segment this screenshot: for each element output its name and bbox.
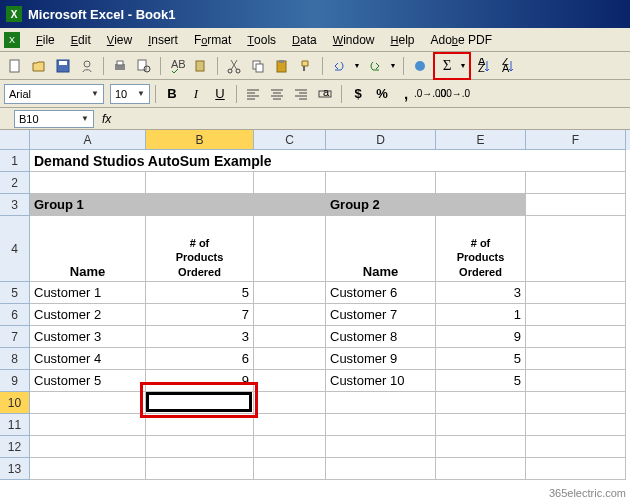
cell-hdr-prod1[interactable]: # ofProductsOrdered: [146, 216, 254, 282]
cell[interactable]: Customer 1: [30, 282, 146, 304]
format-painter-button[interactable]: [295, 55, 317, 77]
percent-button[interactable]: %: [371, 83, 393, 105]
cell-group1[interactable]: Group 1: [30, 194, 146, 216]
bold-button[interactable]: B: [161, 83, 183, 105]
undo-button[interactable]: [328, 55, 350, 77]
row-header-9[interactable]: 9: [0, 370, 30, 392]
cell[interactable]: [326, 458, 436, 480]
cell[interactable]: [526, 282, 626, 304]
hyperlink-button[interactable]: [409, 55, 431, 77]
cell[interactable]: [254, 172, 326, 194]
cell[interactable]: [526, 326, 626, 348]
menu-adobe[interactable]: Adobe PDF: [422, 30, 500, 50]
cell[interactable]: [526, 304, 626, 326]
fx-button[interactable]: fx: [102, 112, 111, 126]
cell[interactable]: [436, 458, 526, 480]
row-header-6[interactable]: 6: [0, 304, 30, 326]
redo-button[interactable]: [364, 55, 386, 77]
cell[interactable]: [254, 326, 326, 348]
document-icon[interactable]: X: [4, 32, 20, 48]
cut-button[interactable]: [223, 55, 245, 77]
cell[interactable]: [526, 414, 626, 436]
cell[interactable]: Customer 6: [326, 282, 436, 304]
col-header-e[interactable]: E: [436, 130, 526, 150]
row-header-12[interactable]: 12: [0, 436, 30, 458]
col-header-f[interactable]: F: [526, 130, 626, 150]
print-button[interactable]: [109, 55, 131, 77]
currency-button[interactable]: $: [347, 83, 369, 105]
cell-b10-active[interactable]: [146, 392, 254, 414]
cell[interactable]: [436, 392, 526, 414]
cell[interactable]: [326, 436, 436, 458]
cell[interactable]: Customer 2: [30, 304, 146, 326]
col-header-c[interactable]: C: [254, 130, 326, 150]
autosum-dropdown[interactable]: ▼: [458, 55, 468, 77]
cell[interactable]: [526, 370, 626, 392]
cell[interactable]: [254, 370, 326, 392]
cell[interactable]: Customer 8: [326, 326, 436, 348]
row-header-13[interactable]: 13: [0, 458, 30, 480]
row-header-3[interactable]: 3: [0, 194, 30, 216]
cell[interactable]: [254, 414, 326, 436]
cell[interactable]: [436, 414, 526, 436]
row-header-2[interactable]: 2: [0, 172, 30, 194]
menu-file[interactable]: File: [28, 30, 63, 50]
cell[interactable]: [526, 194, 626, 216]
redo-dropdown[interactable]: ▼: [388, 55, 398, 77]
menu-view[interactable]: View: [99, 30, 140, 50]
row-header-11[interactable]: 11: [0, 414, 30, 436]
cell[interactable]: [254, 282, 326, 304]
menu-insert[interactable]: Insert: [140, 30, 186, 50]
cell[interactable]: Customer 5: [30, 370, 146, 392]
sort-asc-button[interactable]: AZ: [473, 55, 495, 77]
row-header-8[interactable]: 8: [0, 348, 30, 370]
cell[interactable]: Customer 10: [326, 370, 436, 392]
autosum-button[interactable]: Σ: [436, 55, 458, 77]
paste-button[interactable]: [271, 55, 293, 77]
cell[interactable]: [30, 436, 146, 458]
col-header-b[interactable]: B: [146, 130, 254, 150]
cell[interactable]: [146, 194, 254, 216]
cell[interactable]: [146, 458, 254, 480]
cell[interactable]: Customer 9: [326, 348, 436, 370]
cell[interactable]: [254, 304, 326, 326]
cell[interactable]: [254, 458, 326, 480]
cell[interactable]: [254, 194, 326, 216]
col-header-d[interactable]: D: [326, 130, 436, 150]
cell[interactable]: [526, 436, 626, 458]
cell[interactable]: Customer 4: [30, 348, 146, 370]
cell[interactable]: [526, 348, 626, 370]
cell[interactable]: [254, 392, 326, 414]
open-button[interactable]: [28, 55, 50, 77]
spelling-button[interactable]: ABC: [166, 55, 188, 77]
copy-button[interactable]: [247, 55, 269, 77]
print-preview-button[interactable]: [133, 55, 155, 77]
cell-hdr-prod2[interactable]: # ofProductsOrdered: [436, 216, 526, 282]
sort-desc-button[interactable]: ZA: [497, 55, 519, 77]
menu-tools[interactable]: Tools: [239, 30, 284, 50]
cell-hdr-name2[interactable]: Name: [326, 216, 436, 282]
cell[interactable]: [326, 414, 436, 436]
cell[interactable]: 6: [146, 348, 254, 370]
align-left-button[interactable]: [242, 83, 264, 105]
cell[interactable]: Customer 3: [30, 326, 146, 348]
select-all-corner[interactable]: [0, 130, 30, 150]
cell[interactable]: [436, 436, 526, 458]
cell-group2[interactable]: Group 2: [326, 194, 436, 216]
cell[interactable]: [436, 194, 526, 216]
cell[interactable]: [526, 392, 626, 414]
undo-dropdown[interactable]: ▼: [352, 55, 362, 77]
cell[interactable]: Customer 7: [326, 304, 436, 326]
cell[interactable]: [436, 172, 526, 194]
cell[interactable]: 5: [436, 370, 526, 392]
permission-button[interactable]: [76, 55, 98, 77]
merge-center-button[interactable]: a: [314, 83, 336, 105]
save-button[interactable]: [52, 55, 74, 77]
cell[interactable]: [30, 392, 146, 414]
name-box[interactable]: B10▼: [14, 110, 94, 128]
cell[interactable]: 3: [146, 326, 254, 348]
underline-button[interactable]: U: [209, 83, 231, 105]
cell[interactable]: [526, 216, 626, 282]
menu-format[interactable]: Format: [186, 30, 239, 50]
cell[interactable]: 7: [146, 304, 254, 326]
